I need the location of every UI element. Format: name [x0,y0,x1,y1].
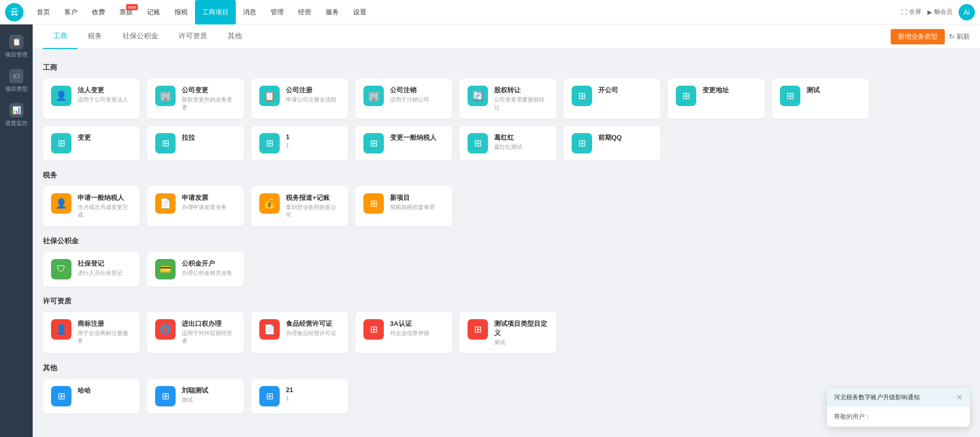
card-change[interactable]: ⊞ 变更 [43,126,140,161]
sidebar: 📋 项目管理 🏷 项目类型 📊 进度监控 [0,24,33,437]
card-liucong[interactable]: ⊞ 刘聪测试 测试 [147,379,244,414]
card-title: 股权转让 [494,86,548,95]
nav-operations[interactable]: 经营 [291,0,318,24]
card-open-company[interactable]: ⊞ 开公司 [564,79,660,119]
card-tax-report[interactable]: 💰 税务报道+记账 拿到营业执照的新公司 [251,186,348,226]
card-fund-account[interactable]: 💳 公积金开户 办理公积金相关业务 [147,252,244,287]
card-title: 商标注册 [78,319,132,328]
card-desc: 适用于注销公司 [390,96,429,104]
card-desc: 对企业信誉评级 [390,329,429,337]
card-title: 申请一般纳税人 [78,193,132,202]
progress-monitor-icon: 📊 [9,103,23,117]
card-desc: 适用于公司变更法人 [78,96,128,104]
card-title: 变更 [78,133,91,142]
nav-home[interactable]: 首页 [30,0,57,24]
nav-billing[interactable]: 收费 [85,0,112,24]
card-desc: 股权变更外的业务变更 [182,96,236,112]
card-qq[interactable]: ⊞ 前期QQ [564,126,660,161]
open-company-icon: ⊞ [572,86,592,106]
play-icon: ▶ [927,9,932,16]
add-type-button[interactable]: 新增业务类型 [891,29,945,44]
card-title: 拉拉 [182,133,195,142]
qq-icon: ⊞ [572,133,592,153]
tab-business[interactable]: 工商 [43,24,78,49]
card-title: 葛红红 [494,133,522,142]
card-apply-invoice[interactable]: 📄 申请发票 办理申请发票业务 [147,186,244,226]
card-haha[interactable]: ⊞ 哈哈 [43,379,140,414]
card-title: 前期QQ [598,133,622,142]
card-trademark[interactable]: 👤 商标注册 用于企业商标注册服务 [43,312,140,353]
card-legal-change[interactable]: 👤 法人变更 适用于公司变更法人 [43,79,140,119]
logo[interactable]: 云 [5,3,23,21]
notification-close-btn[interactable]: ✕ [957,393,963,401]
card-social-register[interactable]: 🛡 社保登记 进行人员社保登记 [43,252,140,287]
avatar[interactable]: Ai [959,4,975,20]
nav-tickets[interactable]: 票据 new [112,0,140,24]
card-new-project[interactable]: ⊞ 新项目 报税加税控盘保管 [355,186,452,226]
gehonghong-icon: ⊞ [468,133,488,153]
card-equity-transfer[interactable]: 🔄 股权转让 公司变更需要股权转让 [459,79,556,119]
card-one[interactable]: ⊞ 1 1 [251,126,348,161]
section-title-social: 社保公积金 [43,237,970,246]
card-3a[interactable]: ⊞ 3A认证 对企业信誉评级 [355,312,452,353]
card-apply-taxpayer[interactable]: 👤 申请一般纳税人 当月或次月成变更完成 [43,186,140,226]
tab-tax[interactable]: 税务 [78,24,112,49]
nav-tax[interactable]: 报税 [167,0,195,24]
nav-bookkeeping[interactable]: 记账 [140,0,167,24]
sidebar-item-project-manage[interactable]: 📋 项目管理 [0,30,33,64]
tab-other[interactable]: 其他 [217,24,252,49]
card-test[interactable]: ⊞ 测试 [772,79,869,119]
nav-service[interactable]: 服务 [318,0,346,24]
notification-header: 河北税务数字账户升级影响通知 ✕ [827,388,970,407]
tab-license[interactable]: 许可资质 [168,24,217,49]
change-address-icon: ⊞ [676,86,696,106]
nav-customer[interactable]: 客户 [57,0,85,24]
3a-icon: ⊞ [363,319,384,340]
card-company-register[interactable]: 📋 公司注册 申请公司注册全流程 [251,79,348,119]
tab-social-insurance[interactable]: 社保公积金 [112,24,168,49]
section-title-business: 工商 [43,63,970,72]
change-taxpayer-icon: ⊞ [363,133,384,153]
card-desc: 申请公司注册全流程 [286,96,336,104]
card-change-taxpayer[interactable]: ⊞ 变更一般纳税人 [355,126,452,161]
card-title: 公司注册 [286,86,336,95]
card-company-change[interactable]: 🏢 公司变更 股权变更外的业务变更 [147,79,244,119]
card-test-type[interactable]: ⊞ 测试项目类型目定义 测试 [459,312,556,353]
nav-manage[interactable]: 管理 [263,0,291,24]
section-title-other: 其他 [43,364,970,373]
card-company-cancel[interactable]: 🏢 公司注销 适用于注销公司 [355,79,452,119]
card-food-license[interactable]: 📄 食品经营许可证 办理食品经营许可证 [251,312,348,353]
nav-business[interactable]: 工商项目 [195,0,236,24]
card-lala[interactable]: ⊞ 拉拉 [147,126,244,161]
card-desc: 测试 [494,339,548,346]
card-import-export[interactable]: 🌐 进出口权办理 适用于对外贸易经营者 [147,312,244,353]
card-21[interactable]: ⊞ 21 1 [251,379,348,414]
tab-actions: 新增业务类型 ↻ 刷新 [891,29,970,44]
project-type-icon: 🏷 [9,69,23,83]
member-btn[interactable]: ▶ 畅会员 [927,8,952,16]
new-badge: new [126,4,138,11]
nav-messages[interactable]: 消息 [236,0,263,24]
card-change-address[interactable]: ⊞ 变更地址 [668,79,765,119]
scroll-content: 工商 👤 法人变更 适用于公司变更法人 🏢 公司变更 股权变更外的业务变更 [33,49,980,437]
card-desc: 公司变更需要股权转让 [494,96,548,112]
card-title: 公司变更 [182,86,236,95]
test-type-icon: ⊞ [468,319,488,340]
card-desc: 测试 [182,396,208,404]
card-title: 税务报道+记账 [286,193,340,202]
card-title: 食品经营许可证 [286,319,336,328]
card-title: 新项目 [390,193,435,202]
card-desc: 办理申请发票业务 [182,203,227,211]
legal-change-icon: 👤 [51,86,71,106]
card-desc: 办理食品经营许可证 [286,329,336,337]
lala-icon: ⊞ [155,133,176,153]
card-title: 哈哈 [78,386,91,395]
card-title: 开公司 [598,86,618,95]
card-desc: 办理公积金相关业务 [182,269,232,277]
refresh-button[interactable]: ↻ 刷新 [949,32,970,41]
card-gehonghong[interactable]: ⊞ 葛红红 葛红红测试 [459,126,556,161]
sidebar-item-project-type[interactable]: 🏷 项目类型 [0,64,33,98]
sidebar-item-progress-monitor[interactable]: 📊 进度监控 [0,98,33,132]
fullscreen-btn[interactable]: ⛶ 全屏 [901,8,921,16]
nav-settings[interactable]: 设置 [346,0,374,24]
